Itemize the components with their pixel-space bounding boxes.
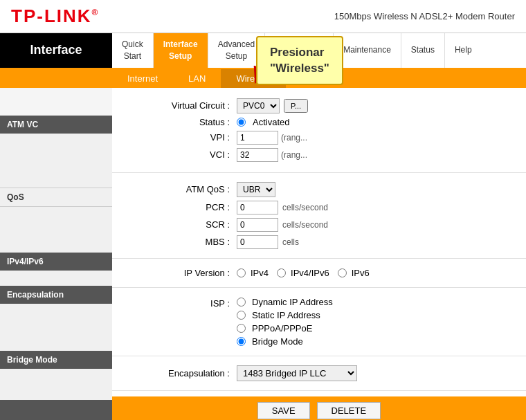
form-row-encapsulation: Encapsulation : 1483 Bridged IP LLC 1483… bbox=[126, 365, 519, 381]
vc-control: PVC0PVC1PVC2 P... bbox=[237, 98, 308, 113]
atmqos-select[interactable]: UBRCBRVBR bbox=[237, 182, 275, 197]
isp-bridge-radio[interactable] bbox=[237, 337, 246, 346]
scr-input[interactable] bbox=[237, 218, 278, 232]
encapsulation-section: ISP : Dynamic IP Address Static IP Addre… bbox=[112, 288, 526, 356]
logo-reg: ® bbox=[92, 8, 100, 17]
isp-pppoa-label[interactable]: PPPoA/PPPoE bbox=[237, 323, 333, 334]
atm-vc-section: Virtual Circuit : PVC0PVC1PVC2 P... Stat… bbox=[112, 88, 526, 173]
bridge-section: Encapsulation : 1483 Bridged IP LLC 1483… bbox=[112, 356, 526, 391]
subnav-spacer bbox=[0, 69, 112, 88]
vpi-range: (rang... bbox=[281, 133, 307, 143]
sidebar-qos-spacer bbox=[0, 207, 112, 253]
ipv4ipv6-radio-label[interactable]: IPv4/IPv6 bbox=[277, 268, 329, 278]
vci-label: VCI : bbox=[126, 149, 237, 160]
sidebar-enc-spacer bbox=[0, 304, 112, 351]
nav-item-help[interactable]: Help bbox=[445, 33, 482, 68]
scr-unit: cells/second bbox=[282, 220, 328, 230]
vpi-input[interactable] bbox=[237, 131, 278, 145]
isp-bridge-label[interactable]: Bridge Mode bbox=[237, 336, 333, 347]
encapsulation-select-label: Encapsulation : bbox=[126, 368, 237, 378]
encapsulation-control: 1483 Bridged IP LLC 1483 Bridged IP VC-M… bbox=[237, 365, 357, 381]
status-label: Status : bbox=[126, 117, 237, 127]
pcr-unit: cells/second bbox=[282, 203, 328, 212]
form-row-ipversion: IP Version : IPv4 IPv4/IPv6 IPv6 bbox=[126, 268, 519, 278]
pcr-control: cells/second bbox=[237, 201, 328, 214]
vpi-label: VPI : bbox=[126, 132, 237, 143]
status-control: Activated bbox=[237, 117, 289, 127]
vci-input[interactable] bbox=[237, 148, 278, 162]
sidebar-bottom-spacer bbox=[0, 369, 112, 400]
atmqos-label: ATM QoS : bbox=[126, 184, 237, 194]
mbs-unit: cells bbox=[282, 237, 299, 247]
form-row-vpi: VPI : (rang... bbox=[126, 131, 519, 145]
save-button[interactable]: SAVE bbox=[257, 402, 310, 419]
form-row-pcr: PCR : cells/second bbox=[126, 201, 519, 214]
ipv4-radio-label[interactable]: IPv4 bbox=[237, 268, 269, 278]
scr-control: cells/second bbox=[237, 218, 328, 232]
ipv6-radio[interactable] bbox=[338, 268, 347, 277]
form-row-vci: VCI : (rang... bbox=[126, 148, 519, 162]
sidebar-atm-spacer bbox=[0, 134, 112, 188]
form-row-scr: SCR : cells/second bbox=[126, 218, 519, 232]
form-row-mbs: MBS : cells bbox=[126, 235, 519, 249]
encapsulation-select[interactable]: 1483 Bridged IP LLC 1483 Bridged IP VC-M… bbox=[237, 365, 357, 381]
sidebar-ipv4ipv6: IPv4/IPv6 bbox=[0, 253, 112, 271]
isp-dynamic-ip-label[interactable]: Dynamic IP Address bbox=[237, 297, 333, 307]
status-radio-activated[interactable] bbox=[237, 118, 246, 127]
left-sidebar: ATM VC QoS IPv4/IPv6 Encapsulation Bridg… bbox=[0, 88, 112, 420]
pcr-input[interactable] bbox=[237, 201, 278, 214]
sidebar-ipv-spacer bbox=[0, 271, 112, 286]
subnav-item-internet[interactable]: Internet bbox=[112, 69, 173, 88]
sidebar-footer bbox=[0, 400, 112, 420]
nav-item-status[interactable]: Status bbox=[401, 33, 445, 68]
isp-pppoa-radio[interactable] bbox=[237, 324, 246, 333]
sidebar-atm-vc: ATM VC bbox=[0, 116, 112, 134]
form-row-atmqos: ATM QoS : UBRCBRVBR bbox=[126, 182, 519, 197]
button-bar: SAVE DELETE bbox=[112, 396, 526, 420]
delete-button[interactable]: DELETE bbox=[317, 402, 381, 419]
ipv4-radio[interactable] bbox=[237, 268, 246, 277]
subnav-item-lan[interactable]: LAN bbox=[173, 69, 221, 88]
sidebar-bridge-mode: Bridge Mode bbox=[0, 351, 112, 369]
nav-item-interface-setup[interactable]: Interface Setup bbox=[154, 33, 208, 68]
status-activated-label: Activated bbox=[253, 117, 289, 127]
vpi-control: (rang... bbox=[237, 131, 307, 145]
scr-label: SCR : bbox=[126, 219, 237, 230]
ipv-section: IP Version : IPv4 IPv4/IPv6 IPv6 bbox=[112, 259, 526, 288]
nav-item-quick-start[interactable]: Quick Start bbox=[112, 33, 154, 68]
form-row-isp: ISP : Dynamic IP Address Static IP Addre… bbox=[126, 297, 519, 347]
vc-select[interactable]: PVC0PVC1PVC2 bbox=[237, 98, 280, 113]
ipversion-label: IP Version : bbox=[126, 268, 237, 278]
mbs-input[interactable] bbox=[237, 235, 278, 249]
nav-item-maintenance[interactable]: Maintenance bbox=[334, 33, 401, 68]
subnav-wrapper: Internet LAN Wireless 6RD Presionar "Wir… bbox=[0, 69, 526, 88]
isp-static-radio[interactable] bbox=[237, 311, 246, 320]
isp-label: ISP : bbox=[126, 297, 237, 309]
ipv6-radio-label[interactable]: IPv6 bbox=[338, 268, 370, 278]
sidebar-encapsulation: Encapsulation bbox=[0, 286, 112, 304]
content-area: Virtual Circuit : PVC0PVC1PVC2 P... Stat… bbox=[112, 88, 526, 420]
isp-options: Dynamic IP Address Static IP Address PPP… bbox=[237, 297, 333, 347]
ipv4ipv6-radio[interactable] bbox=[277, 268, 286, 277]
vc-button[interactable]: P... bbox=[284, 99, 308, 113]
vci-range: (rang... bbox=[281, 150, 307, 160]
header: TP-LINK® 150Mbps Wireless N ADSL2+ Modem… bbox=[0, 0, 526, 33]
mbs-control: cells bbox=[237, 235, 299, 249]
nav-sidebar-label: Interface bbox=[0, 33, 112, 68]
ipversion-control: IPv4 IPv4/IPv6 IPv6 bbox=[237, 268, 370, 278]
isp-static-ip-label[interactable]: Static IP Address bbox=[237, 310, 333, 320]
mbs-label: MBS : bbox=[126, 237, 237, 247]
logo: TP-LINK® bbox=[11, 6, 99, 27]
form-row-status: Status : Activated bbox=[126, 117, 519, 127]
qos-section: ATM QoS : UBRCBRVBR PCR : cells/second S… bbox=[112, 173, 526, 259]
pcr-label: PCR : bbox=[126, 202, 237, 212]
form-row-vc: Virtual Circuit : PVC0PVC1PVC2 P... bbox=[126, 98, 519, 113]
main-area: ATM VC QoS IPv4/IPv6 Encapsulation Bridg… bbox=[0, 88, 526, 420]
callout-tooltip: Presionar "Wireless" bbox=[256, 36, 343, 86]
vc-label: Virtual Circuit : bbox=[126, 100, 237, 111]
isp-dynamic-radio[interactable] bbox=[237, 298, 246, 307]
sidebar-qos: QoS bbox=[0, 188, 112, 207]
vci-control: (rang... bbox=[237, 148, 307, 162]
product-title: 150Mbps Wireless N ADSL2+ Modem Router bbox=[334, 11, 515, 21]
